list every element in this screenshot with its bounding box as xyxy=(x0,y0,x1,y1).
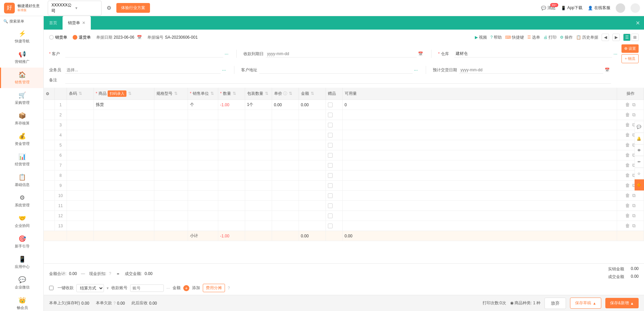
gift-checkbox[interactable] xyxy=(328,183,333,188)
sidebar-item-system[interactable]: ⚙ 系统管理 xyxy=(0,191,43,211)
sidebar-item-member[interactable]: 👑 畅会员 xyxy=(0,293,43,311)
copy-icon[interactable]: ⧉ xyxy=(632,193,636,198)
fee-btn[interactable]: 费用分摊 xyxy=(203,284,225,292)
sidebar-item-marketing[interactable]: 📢 营销推广 xyxy=(0,47,43,68)
cell-gift[interactable] xyxy=(326,130,342,140)
cell-product[interactable] xyxy=(93,120,154,130)
cell-pkg-qty[interactable] xyxy=(245,181,272,191)
float-edit-btn[interactable]: ✏ xyxy=(635,156,644,167)
estimated-date-input[interactable] xyxy=(459,67,603,74)
online-service-btn[interactable]: 👤 在线客服 xyxy=(588,5,610,11)
cell-price[interactable] xyxy=(272,130,299,140)
delete-icon[interactable]: 🗑 xyxy=(625,183,630,188)
cell-price[interactable] xyxy=(272,160,299,170)
sidebar-item-wechat[interactable]: 💬 企业微信 xyxy=(0,273,43,293)
delete-icon[interactable]: 🗑 xyxy=(625,172,630,178)
cell-barcode[interactable] xyxy=(67,221,93,231)
cell-spec[interactable] xyxy=(154,120,188,130)
delete-icon[interactable]: 🗑 xyxy=(625,193,630,198)
gift-checkbox[interactable] xyxy=(328,193,333,198)
delete-icon[interactable]: 🗑 xyxy=(625,152,630,158)
cell-amount[interactable] xyxy=(299,191,326,201)
cell-gift[interactable] xyxy=(326,211,342,221)
cell-qty[interactable] xyxy=(218,120,245,130)
save-draft-btn[interactable]: 保存草稿 ▲ xyxy=(570,298,601,309)
cell-amount[interactable] xyxy=(299,120,326,130)
gift-checkbox[interactable] xyxy=(328,113,333,117)
sidebar-item-purchase[interactable]: 🛒 采购管理 xyxy=(0,88,43,109)
chevron-method-icon[interactable]: ▾ xyxy=(107,286,109,290)
cell-barcode[interactable] xyxy=(67,140,93,150)
delete-icon[interactable]: 🗑 xyxy=(625,112,630,117)
history-btn[interactable]: 📋 历史单据 xyxy=(576,35,598,40)
cell-spec[interactable] xyxy=(154,110,188,120)
cell-unit[interactable] xyxy=(188,130,218,140)
float-orange-btn[interactable]: 🔶 xyxy=(635,179,644,190)
cell-spec[interactable] xyxy=(154,140,188,150)
cell-qty[interactable] xyxy=(218,160,245,170)
cell-qty[interactable] xyxy=(218,181,245,191)
scan-btn[interactable]: 扫码录入 xyxy=(108,90,126,97)
cell-amount[interactable] xyxy=(299,221,326,231)
delete-icon[interactable]: 🗑 xyxy=(625,162,630,168)
delete-icon[interactable]: 🗑 xyxy=(625,132,630,138)
gift-checkbox[interactable] xyxy=(328,143,333,148)
cell-amount[interactable] xyxy=(299,110,326,120)
gift-checkbox[interactable] xyxy=(328,163,333,168)
cell-barcode[interactable] xyxy=(67,160,93,170)
cell-price[interactable] xyxy=(272,150,299,160)
cell-unit[interactable] xyxy=(188,150,218,160)
cell-qty[interactable] xyxy=(218,110,245,120)
sidebar-item-basic[interactable]: 📋 基础信息 xyxy=(0,170,43,191)
sidebar-search[interactable]: 🔍 搜索菜单 xyxy=(0,16,43,27)
cell-gift[interactable] xyxy=(326,120,342,130)
cell-price[interactable] xyxy=(272,181,299,191)
print-btn[interactable]: 🖨 打印 xyxy=(543,35,557,40)
cell-product[interactable] xyxy=(93,160,154,170)
cell-price[interactable] xyxy=(272,211,299,221)
delete-icon[interactable]: 🗑 xyxy=(625,203,630,208)
trial-btn[interactable]: 体验行业方案 xyxy=(116,3,150,13)
copy-icon[interactable]: ⧉ xyxy=(632,213,636,218)
sort-spec-icon[interactable]: ⇅ xyxy=(174,91,178,96)
discount-help-icon[interactable]: ? xyxy=(109,271,111,276)
cell-unit[interactable] xyxy=(188,221,218,231)
user-avatar[interactable] xyxy=(616,3,625,13)
sort-qty-icon[interactable]: ⇅ xyxy=(233,91,236,96)
cell-price[interactable] xyxy=(272,221,299,231)
cell-unit[interactable] xyxy=(188,181,218,191)
gift-checkbox[interactable] xyxy=(328,203,333,208)
radio-return[interactable]: 退货单 xyxy=(73,35,91,40)
close-all-tabs-btn[interactable]: ✕ xyxy=(632,20,644,26)
cell-pkg-qty[interactable] xyxy=(245,140,272,150)
delete-icon[interactable]: 🗑 xyxy=(625,122,630,127)
cell-amount[interactable] xyxy=(299,170,326,181)
cell-spec[interactable] xyxy=(154,221,188,231)
cell-price[interactable] xyxy=(272,120,299,130)
calendar-icon[interactable]: 📅 xyxy=(137,35,142,40)
radio-sales[interactable]: 销货单 xyxy=(49,35,67,40)
fee-help-icon[interactable]: ? xyxy=(228,286,230,290)
cell-unit[interactable] xyxy=(188,170,218,181)
price-info-icon[interactable]: ⓘ xyxy=(283,91,287,96)
cell-unit[interactable] xyxy=(188,140,218,150)
cell-gift[interactable] xyxy=(326,150,342,160)
delete-icon[interactable]: 🗑 xyxy=(625,102,630,107)
cell-amount[interactable] xyxy=(299,181,326,191)
float-chat-btn[interactable]: 💬 xyxy=(635,121,644,132)
cell-product[interactable] xyxy=(93,110,154,120)
float-bell-btn[interactable]: 🔔 xyxy=(635,132,644,144)
cell-amount[interactable] xyxy=(299,160,326,170)
sidebar-item-guide[interactable]: 🎯 新手引导 xyxy=(0,232,43,252)
cell-gift[interactable] xyxy=(326,191,342,201)
operation-btn[interactable]: ⚙ 操作 xyxy=(560,35,573,40)
message-btn[interactable]: 💬 消息 99+ xyxy=(541,5,556,11)
cell-price[interactable] xyxy=(272,140,299,150)
delete-icon[interactable]: 🗑 xyxy=(625,213,630,218)
copy-icon[interactable]: ⧉ xyxy=(632,102,636,107)
cell-barcode[interactable] xyxy=(67,191,93,201)
float-eye-btn[interactable]: 👁 xyxy=(635,144,644,156)
cell-amount[interactable] xyxy=(299,140,326,150)
copy-icon[interactable]: ⧉ xyxy=(632,223,636,228)
tab-sales-order[interactable]: 销货单 ✕ xyxy=(63,16,91,30)
